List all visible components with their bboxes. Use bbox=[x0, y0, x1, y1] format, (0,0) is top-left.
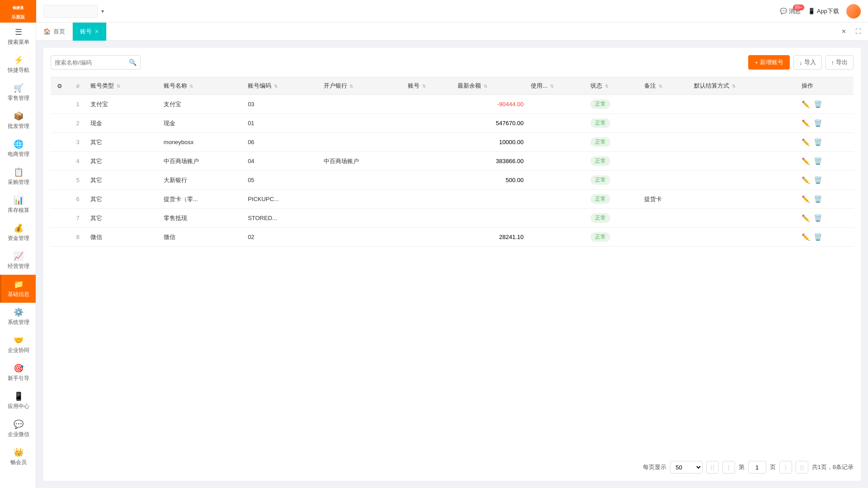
tab-account[interactable]: 账号 ✕ bbox=[73, 23, 107, 41]
sidebar-item-quick-nav[interactable]: ⚡ 快捷导航 bbox=[0, 51, 36, 79]
delete-icon[interactable]: 🗑️ bbox=[814, 195, 822, 203]
edit-icon[interactable]: ✏️ bbox=[802, 214, 810, 222]
row-gear bbox=[51, 190, 69, 209]
message-icon: 💬 bbox=[780, 8, 787, 14]
row-default-payment bbox=[690, 228, 798, 247]
tab-account-label: 账号 bbox=[80, 28, 92, 36]
th-account-name[interactable]: 账号名称 ⇅ bbox=[160, 77, 244, 95]
topbar-search-input[interactable] bbox=[43, 5, 98, 18]
row-status: 正常 bbox=[587, 133, 641, 152]
edit-icon[interactable]: ✏️ bbox=[802, 100, 810, 108]
tab-actions: ✕ ⛶ bbox=[837, 25, 868, 38]
logo-sub: 乐惠版 bbox=[11, 14, 25, 20]
row-bank bbox=[320, 228, 404, 247]
edit-icon[interactable]: ✏️ bbox=[802, 138, 810, 146]
sidebar-item-guide[interactable]: 🎯 新手引导 bbox=[0, 359, 36, 387]
dropdown-arrow-icon: ▾ bbox=[101, 8, 104, 14]
sidebar-item-wholesale[interactable]: 📦 批发管理 bbox=[0, 107, 36, 135]
topbar-dropdown[interactable]: ▾ bbox=[101, 8, 104, 14]
pagination-first[interactable]: ⟨⟨ bbox=[706, 461, 719, 474]
tab-maximize-button[interactable]: ⛶ bbox=[852, 25, 864, 38]
delete-icon[interactable]: 🗑️ bbox=[814, 138, 822, 146]
table-row: 5 其它 大新银行 05 500.00 正常 ✏️ 🗑️ bbox=[51, 171, 854, 190]
tab-home-label: 首页 bbox=[53, 28, 65, 36]
row-remark bbox=[641, 228, 690, 247]
th-default-payment[interactable]: 默认结算方式 ⇅ bbox=[690, 77, 798, 95]
sidebar-item-operations[interactable]: 📈 经营管理 bbox=[0, 247, 36, 275]
sidebar-item-purchase[interactable]: 📋 采购管理 bbox=[0, 163, 36, 191]
per-page-select[interactable]: 50 20 100 bbox=[670, 461, 703, 474]
edit-icon[interactable]: ✏️ bbox=[802, 157, 810, 165]
row-account-name: 支付宝 bbox=[160, 95, 244, 114]
export-button[interactable]: ↑ 导出 bbox=[826, 55, 854, 70]
sidebar-item-finance[interactable]: 💰 资金管理 bbox=[0, 219, 36, 247]
th-balance[interactable]: 最新余额 ⇅ bbox=[454, 77, 527, 95]
row-balance bbox=[454, 209, 527, 228]
edit-icon[interactable]: ✏️ bbox=[802, 119, 810, 127]
add-account-button[interactable]: + 新增账号 bbox=[748, 55, 790, 70]
sidebar-item-cooperation[interactable]: 🤝 企业协同 bbox=[0, 331, 36, 359]
pagination-next[interactable]: ⟩ bbox=[779, 461, 792, 474]
th-status[interactable]: 状态 ⇅ bbox=[587, 77, 641, 95]
row-default-payment bbox=[690, 95, 798, 114]
app-download-button[interactable]: 📱 App下载 bbox=[808, 7, 839, 15]
sidebar-item-vip[interactable]: 👑 畅会员 bbox=[0, 443, 36, 471]
row-bank bbox=[320, 133, 404, 152]
toolbar-right: + 新增账号 ↓ 导入 ↑ 导出 bbox=[748, 55, 854, 70]
message-button[interactable]: 💬 消息 99+ bbox=[780, 7, 801, 15]
import-button[interactable]: ↓ 导入 bbox=[793, 55, 822, 70]
row-status: 正常 bbox=[587, 228, 641, 247]
topbar-right: 💬 消息 99+ 📱 App下载 bbox=[780, 4, 861, 19]
sidebar-item-basic-info[interactable]: 📁 基础信息 bbox=[0, 275, 36, 303]
row-usage bbox=[527, 209, 587, 228]
sidebar-item-app-center[interactable]: 📱 应用中心 bbox=[0, 387, 36, 415]
table-body: 1 支付宝 支付宝 03 -90444.00 正常 ✏️ 🗑️ 2 现金 现金 … bbox=[51, 95, 854, 247]
sidebar-label: 快捷导航 bbox=[8, 66, 29, 74]
row-default-payment bbox=[690, 133, 798, 152]
tab-close-icon[interactable]: ✕ bbox=[94, 28, 99, 35]
edit-icon[interactable]: ✏️ bbox=[802, 176, 810, 184]
row-usage bbox=[527, 228, 587, 247]
delete-icon[interactable]: 🗑️ bbox=[814, 214, 822, 222]
row-status: 正常 bbox=[587, 190, 641, 209]
toolbar-left: 🔍 bbox=[51, 55, 141, 70]
th-gear[interactable]: ⚙ bbox=[51, 77, 69, 95]
row-account-no bbox=[404, 190, 454, 209]
page-card: 🔍 + 新增账号 ↓ 导入 ↑ 导出 bbox=[43, 48, 861, 481]
row-gear bbox=[51, 114, 69, 133]
tab-home[interactable]: 🏠 首页 bbox=[36, 23, 73, 41]
sidebar-item-retail[interactable]: 🛒 零售管理 bbox=[0, 79, 36, 107]
sidebar-item-enterprise-wechat[interactable]: 💬 企业微信 bbox=[0, 415, 36, 443]
delete-icon[interactable]: 🗑️ bbox=[814, 233, 822, 241]
tab-close-all-button[interactable]: ✕ bbox=[837, 25, 850, 38]
sidebar-item-search-menu[interactable]: ☰ 搜索菜单 bbox=[0, 23, 36, 51]
delete-icon[interactable]: 🗑️ bbox=[814, 176, 822, 184]
page-input[interactable] bbox=[748, 461, 766, 474]
th-account-no[interactable]: 账号 ⇅ bbox=[404, 77, 454, 95]
row-status: 正常 bbox=[587, 95, 641, 114]
delete-icon[interactable]: 🗑️ bbox=[814, 100, 822, 108]
pagination-last[interactable]: ⟩⟩ bbox=[796, 461, 808, 474]
pagination-prev[interactable]: ⟨ bbox=[722, 461, 735, 474]
row-account-type: 其它 bbox=[87, 133, 160, 152]
row-usage bbox=[527, 114, 587, 133]
delete-icon[interactable]: 🗑️ bbox=[814, 119, 822, 127]
delete-icon[interactable]: 🗑️ bbox=[814, 157, 822, 165]
th-bank[interactable]: 开户银行 ⇅ bbox=[320, 77, 404, 95]
th-remark[interactable]: 备注 ⇅ bbox=[641, 77, 690, 95]
th-account-type[interactable]: 账号类型 ⇅ bbox=[87, 77, 160, 95]
row-account-name: moneybosx bbox=[160, 133, 244, 152]
avatar[interactable] bbox=[846, 4, 861, 19]
tabbar: 🏠 首页 账号 ✕ ✕ ⛶ bbox=[36, 23, 868, 41]
sidebar-item-system[interactable]: ⚙️ 系统管理 bbox=[0, 303, 36, 331]
th-account-code[interactable]: 账号编码 ⇅ bbox=[244, 77, 320, 95]
sidebar-item-inventory[interactable]: 📊 库存核算 bbox=[0, 191, 36, 219]
row-account-code: 04 bbox=[244, 152, 320, 171]
th-usage[interactable]: 使用... ⇅ bbox=[527, 77, 587, 95]
search-input[interactable] bbox=[55, 59, 127, 66]
edit-icon[interactable]: ✏️ bbox=[802, 195, 810, 203]
sidebar-item-ecommerce[interactable]: 🌐 电商管理 bbox=[0, 135, 36, 163]
edit-icon[interactable]: ✏️ bbox=[802, 233, 810, 241]
search-icon[interactable]: 🔍 bbox=[129, 59, 137, 66]
row-actions: ✏️ 🗑️ bbox=[798, 171, 854, 190]
